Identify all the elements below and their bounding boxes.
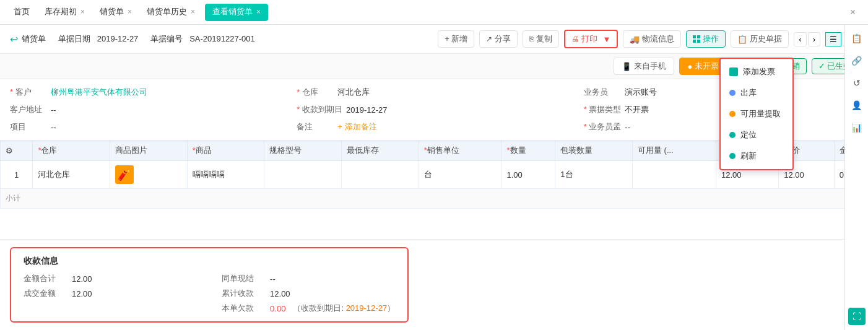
transaction-row: 成交金额 12.00	[24, 288, 197, 299]
col-min-stock: 最低库存	[342, 141, 419, 161]
tab-inventory-init-label: 库存期初	[45, 6, 77, 17]
new-button[interactable]: + 新增	[438, 30, 474, 48]
window-close-button[interactable]: ×	[844, 7, 862, 18]
payment-date-label: 收款到期日	[297, 104, 342, 115]
sidebar-user-icon[interactable]: 👤	[848, 97, 866, 114]
col-pack-qty: 包装数量	[555, 141, 633, 161]
outbound-icon	[729, 90, 736, 96]
staff-value: 演示账号	[625, 87, 657, 98]
cumulative-label: 累计收款	[222, 288, 265, 299]
col-settings[interactable]: ⚙	[1, 141, 33, 161]
list-view-button[interactable]: ☰	[825, 32, 841, 46]
sidebar-chart-icon[interactable]: 📊	[848, 119, 866, 136]
copy-button[interactable]: ⎘ 复制	[523, 30, 559, 48]
note-add-button[interactable]: + 添加备注	[337, 121, 376, 132]
outbound-label: 出库	[740, 87, 757, 98]
row-pack-qty: 1台	[555, 161, 633, 189]
warehouse-label: 仓库	[297, 87, 334, 98]
locate-icon	[729, 132, 736, 138]
tab-home[interactable]: 首页	[6, 0, 37, 25]
number-label-text: 单据编号	[150, 34, 183, 43]
tab-sales-order-close[interactable]: ×	[128, 7, 132, 16]
sidebar-expand-icon[interactable]: ⛶	[848, 308, 866, 325]
col-quantity: *数量	[501, 141, 555, 161]
row-product-img: 🧨	[110, 161, 188, 189]
product-image: 🧨	[115, 165, 134, 184]
bottom-section: 收款信息 金额合计 12.00 同单现结 -- 成交金额 12.00 累计收款 …	[0, 239, 868, 330]
same-order-row: 同单现结 --	[222, 273, 395, 284]
copy-icon: ⎘	[529, 35, 534, 43]
dropdown-locate[interactable]: 定位	[721, 124, 792, 145]
history-button[interactable]: 📋 历史单据	[731, 30, 789, 48]
row-num: 1	[1, 161, 33, 189]
staff2-value: --	[625, 123, 630, 132]
tab-sales-history-label: 销货单历史	[147, 6, 187, 17]
invoice-icon: ●	[687, 62, 692, 71]
address-value: --	[51, 105, 56, 115]
doc-type-label: 销货单	[22, 33, 46, 45]
dropdown-available-extract[interactable]: 可用量提取	[721, 103, 792, 124]
address-field: 客户地址 --	[10, 104, 284, 115]
payment-date-field: 收款到期日 2019-12-27	[297, 104, 571, 115]
customer-value[interactable]: 柳州粤港平安气体有限公司	[51, 87, 147, 98]
new-button-label: + 新增	[445, 33, 467, 45]
col-available: 可用量 (...	[632, 141, 716, 161]
col-product-img: 商品图片	[110, 141, 188, 161]
logistics-button[interactable]: 🚚 物流信息	[623, 30, 681, 48]
share-button[interactable]: ↗ 分享	[479, 30, 518, 48]
total-amount-value: 12.00	[72, 274, 92, 284]
dropdown-add-invoice[interactable]: 添加发票	[721, 61, 792, 82]
col-sales-unit: *销售单位	[419, 141, 501, 161]
dropdown-outbound[interactable]: 出库	[721, 82, 792, 103]
staff2-label: 业务员孟	[584, 121, 622, 132]
prev-doc-button[interactable]: ‹	[794, 32, 806, 46]
sidebar-link-icon[interactable]: 🔗	[848, 52, 866, 69]
print-dropdown-arrow[interactable]: ▼	[602, 35, 610, 44]
row-available	[632, 161, 716, 189]
operate-button[interactable]: 操作	[686, 30, 726, 48]
same-order-label: 同单现结	[222, 273, 265, 284]
doc-nav: ‹ ›	[794, 32, 820, 46]
tab-inventory-init-close[interactable]: ×	[80, 7, 85, 16]
tab-view-sales[interactable]: 查看销货单 ×	[205, 4, 268, 21]
payment-grid: 金额合计 12.00 同单现结 -- 成交金额 12.00 累计收款 12.00…	[24, 273, 395, 314]
doc-meta: 单据日期 2019-12-27 单据编号 SA-20191227-001	[58, 33, 255, 45]
customer-label: 客户	[10, 87, 47, 98]
phone-icon: 📱	[622, 62, 631, 71]
project-label: 项目	[10, 121, 47, 132]
payment-title: 收款信息	[24, 256, 395, 267]
sidebar-refresh-icon[interactable]: ↺	[848, 74, 866, 92]
history-button-label: 历史单据	[750, 33, 782, 45]
date-label-text: 单据日期	[58, 34, 90, 43]
address-label: 客户地址	[10, 104, 47, 115]
ticket-type-value: 不开票	[625, 104, 649, 115]
project-value: --	[51, 123, 56, 132]
overdue-row: 本单欠款 0.00 （收款到期日: 2019-12-27）	[222, 303, 395, 314]
sidebar-doc-icon[interactable]: 📋	[848, 30, 866, 47]
tab-sales-history-close[interactable]: ×	[191, 7, 195, 16]
operate-icon	[693, 35, 700, 43]
number-value-text: SA-20191227-001	[189, 34, 255, 43]
tab-bar: 首页 库存期初 × 销货单 × 销货单历史 × 查看销货单 × ×	[0, 0, 868, 25]
tab-view-sales-close[interactable]: ×	[256, 7, 261, 16]
total-amount-label: 金额合计	[24, 273, 67, 284]
copy-button-label: 复制	[536, 33, 552, 45]
doc-type: ↩ 销货单	[10, 33, 46, 45]
tab-sales-order[interactable]: 销货单 ×	[92, 0, 139, 25]
history-icon: 📋	[737, 35, 747, 44]
tab-inventory-init[interactable]: 库存期初 ×	[37, 0, 92, 25]
note-label: 备注	[297, 121, 334, 132]
date-value-text: 2019-12-27	[97, 34, 139, 43]
doc-type-icon: ↩	[10, 33, 18, 45]
available-extract-label: 可用量提取	[740, 108, 781, 119]
phone-source-button[interactable]: 📱 来自手机	[614, 58, 674, 75]
next-doc-button[interactable]: ›	[808, 32, 820, 46]
ticket-type-label: 票据类型	[584, 104, 622, 115]
tab-sales-history[interactable]: 销货单历史 ×	[139, 0, 202, 25]
print-icon: 🖨	[571, 35, 579, 43]
print-button[interactable]: 🖨 打印 ▼	[564, 30, 618, 48]
col-product: *商品	[187, 141, 264, 161]
dropdown-refresh[interactable]: 刷新	[721, 145, 792, 167]
customer-field: 客户 柳州粤港平安气体有限公司	[10, 87, 284, 98]
tab-view-sales-label: 查看销货单	[212, 6, 253, 17]
